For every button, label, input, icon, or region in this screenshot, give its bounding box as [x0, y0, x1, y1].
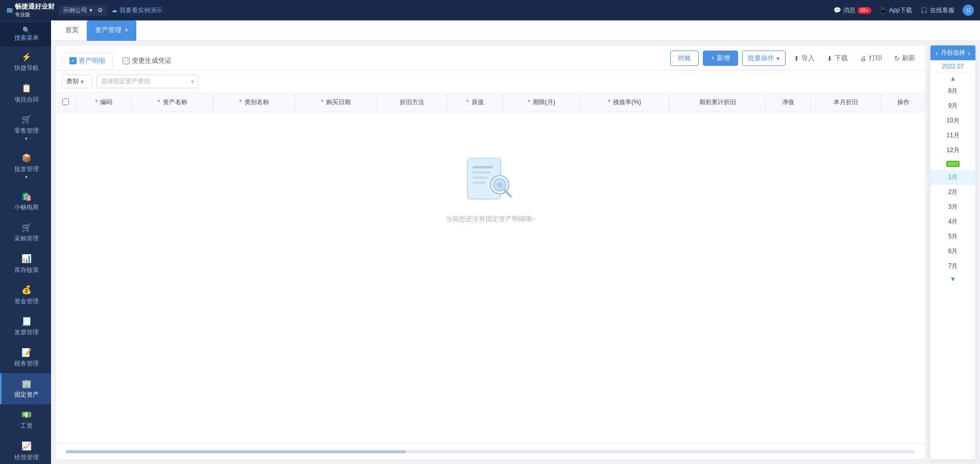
sidebar-ecommerce-label: 小畅电商 — [14, 203, 39, 212]
cloud-icon: ☁ — [111, 7, 117, 14]
select-all-column — [56, 93, 76, 112]
page-content: ≡ 资产明细 📄 变更生成凭证 对账 + 新增 批量操作 ▾ — [51, 41, 980, 464]
sub-tab-asset-detail-label: 资产明细 — [79, 56, 105, 65]
month-item-2023-3[interactable]: 3月 — [930, 200, 975, 214]
user-info[interactable]: U — [963, 5, 974, 16]
month-item-12[interactable]: 12月 — [930, 143, 975, 158]
month-item-2023-5[interactable]: 5月 — [930, 229, 975, 244]
col-purchase-date: * 购买日期 — [295, 93, 377, 112]
asset-table: * 编码 * 资产名称 * 类别名称 — [56, 93, 925, 264]
sidebar-item-salary[interactable]: 💵 工资 — [0, 404, 51, 435]
horizontal-scrollbar[interactable] — [66, 450, 915, 453]
purchase-icon: 🛒 — [21, 222, 32, 233]
company-name: 示例公司 — [63, 6, 87, 15]
content-area: 首页 资产管理 × ≡ 资产明细 📄 变更生成凭证 — [51, 20, 980, 464]
month-item-2023-6[interactable]: 6月 — [930, 244, 975, 259]
import-button[interactable]: ⬆ 导入 — [790, 51, 819, 65]
sub-tab-change-voucher[interactable]: 📄 变更生成凭证 — [115, 53, 179, 68]
batch-button[interactable]: 批量操作 ▾ — [742, 51, 786, 66]
svg-line-7 — [505, 190, 511, 197]
sidebar-project-label: 项目合同 — [14, 95, 39, 104]
select-all-checkbox[interactable] — [62, 99, 69, 105]
sidebar-item-finance[interactable]: 💰 资金管理 — [0, 279, 51, 310]
message-icon: 💬 — [834, 7, 841, 14]
col-name: * 资产名称 — [132, 93, 213, 112]
chevron-right-icon: ▾ — [25, 135, 28, 142]
col-operation: 操作 — [881, 93, 925, 112]
scroll-up-button[interactable]: ▲ — [930, 73, 975, 84]
sidebar-item-inventory[interactable]: 📊 库存核算 — [0, 248, 51, 279]
sidebar-item-quick-nav[interactable]: ⚡ 快捷导航 — [0, 46, 51, 78]
settings-icon[interactable]: ⚙ — [97, 7, 103, 14]
category-label: 类别 — [66, 77, 79, 86]
doc-icon: 📄 — [122, 57, 130, 64]
sidebar-item-wholesale[interactable]: 📦 批发管理 ▾ — [0, 148, 51, 186]
tab-home[interactable]: 首页 — [57, 20, 87, 41]
batch-chevron-icon: ▾ — [776, 55, 780, 62]
col-period: * 期限(月) — [503, 93, 580, 112]
refresh-button[interactable]: ↻ 刷新 — [890, 51, 919, 65]
company-selector[interactable]: 示例公司 ▾ ⚙ — [59, 5, 107, 16]
empty-illustration — [460, 153, 521, 204]
tab-asset-management[interactable]: 资产管理 × — [87, 20, 136, 41]
sidebar-item-invoice[interactable]: 🧾 发票管理 — [0, 311, 51, 342]
refresh-icon: ↻ — [894, 55, 900, 62]
category-filter[interactable]: 类别 ▾ — [62, 75, 92, 88]
tax-icon: 📝 — [21, 347, 32, 358]
demo-link[interactable]: ☁ 我要看实例演示 — [111, 6, 162, 15]
col-monthly-depreciation: 本月折旧 — [811, 93, 881, 112]
month-item-2023-2[interactable]: 2月 — [930, 185, 975, 200]
sidebar-item-project[interactable]: 📋 项目合同 — [0, 78, 51, 109]
empty-message: 当前您还没有固定资产明细哦~ — [446, 214, 536, 224]
sidebar-item-ecommerce[interactable]: 🛍️ 小畅电商 — [0, 186, 51, 217]
salary-icon: 💵 — [21, 409, 32, 421]
svg-rect-4 — [473, 182, 485, 184]
scroll-down-button[interactable]: ▼ — [930, 274, 975, 284]
download-icon: 📱 — [879, 7, 887, 14]
add-button[interactable]: + 新增 — [703, 51, 738, 66]
print-icon: 🖨 — [860, 55, 867, 62]
sidebar-finance-label: 资金管理 — [14, 297, 39, 306]
month-item-2023-4[interactable]: 4月 — [930, 214, 975, 229]
message-button[interactable]: 💬 消息 99+ — [834, 6, 871, 15]
chevron-down-icon: ▾ — [25, 174, 28, 181]
month-item-2023-1[interactable]: 1月 — [930, 170, 975, 185]
ecommerce-icon: 🛍️ — [21, 191, 32, 202]
year-2023-tag: 2023 — [946, 161, 960, 167]
sidebar-item-retail[interactable]: 🛒 零售管理 ▾ — [0, 109, 51, 147]
sidebar-item-purchase[interactable]: 🛒 采购管理 — [0, 217, 51, 248]
app-name: 畅捷通好业财 — [15, 2, 55, 11]
headset-icon: 🎧 — [920, 7, 928, 14]
sidebar-nav-label: 快捷导航 — [14, 64, 39, 72]
top-bar-right: 💬 消息 99+ 📱 App下载 🎧 在线客服 U — [834, 5, 974, 16]
invoice-icon: 🧾 — [21, 316, 32, 327]
col-category: * 类别名称 — [213, 93, 295, 112]
month-item-10[interactable]: 10月 — [930, 113, 975, 128]
tab-close-icon[interactable]: × — [125, 27, 128, 34]
sub-tab-asset-detail[interactable]: ≡ 资产明细 — [62, 53, 113, 68]
year-header-2022: 2022.07 — [930, 60, 975, 73]
month-prev-button[interactable]: ‹ — [935, 49, 939, 57]
required-icon: * — [528, 99, 530, 106]
sub-tabs: ≡ 资产明细 📄 变更生成凭证 对账 + 新增 批量操作 ▾ — [56, 45, 925, 70]
svg-rect-2 — [473, 172, 491, 174]
match-button[interactable]: 对账 — [670, 51, 699, 66]
month-next-button[interactable]: › — [967, 49, 971, 57]
app-download-button[interactable]: 📱 App下载 — [879, 6, 912, 15]
month-item-8[interactable]: 8月 — [930, 84, 975, 99]
sidebar-item-search[interactable]: 🔍 搜索菜单 — [0, 22, 51, 46]
category-placeholder[interactable]: 选择固定资产类别 ▾ — [96, 75, 199, 88]
sidebar-item-management[interactable]: 📈 经营管理 — [0, 435, 51, 464]
online-service-button[interactable]: 🎧 在线客服 — [920, 6, 954, 15]
required-icon: * — [158, 99, 160, 106]
month-item-9[interactable]: 9月 — [930, 99, 975, 113]
month-item-2023-7[interactable]: 7月 — [930, 259, 975, 274]
sidebar-item-fixed-assets[interactable]: 🏢 固定资产 — [0, 373, 51, 404]
quick-nav-icon: ⚡ — [21, 52, 32, 63]
print-button[interactable]: 🖨 打印 — [856, 51, 886, 65]
month-item-11[interactable]: 11月 — [930, 128, 975, 143]
sidebar-wholesale-label: 批发管理 — [14, 165, 39, 174]
sidebar-item-tax[interactable]: 📝 税务管理 — [0, 342, 51, 373]
table-header-row: * 编码 * 资产名称 * 类别名称 — [56, 93, 925, 112]
download-button[interactable]: ⬇ 下载 — [823, 51, 852, 65]
